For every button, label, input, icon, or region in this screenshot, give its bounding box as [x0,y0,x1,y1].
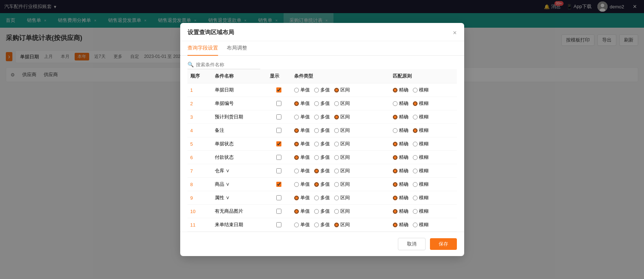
row-show[interactable] [267,124,291,137]
type-single-radio[interactable]: 单值 [294,181,310,188]
show-checkbox[interactable] [276,101,281,106]
match-exact-radio[interactable]: 精确 [393,181,408,188]
row-match: 精确 模糊 [390,124,457,137]
match-fuzzy-radio[interactable]: 模糊 [413,154,428,161]
row-show[interactable] [267,137,291,151]
type-range-radio[interactable]: 区间 [334,141,350,147]
match-exact-radio[interactable]: 精确 [393,127,408,134]
match-fuzzy-radio[interactable]: 模糊 [413,87,428,93]
type-multi-radio[interactable]: 多值 [314,154,330,161]
type-multi-radio[interactable]: 多值 [314,168,330,174]
match-exact-radio[interactable]: 精确 [393,208,408,215]
row-match: 精确 模糊 [390,110,457,124]
type-single-radio[interactable]: 单值 [294,114,310,120]
modal-title: 设置查询区域布局 [187,29,234,36]
type-multi-radio[interactable]: 多值 [314,194,330,201]
table-row: 6付款状态 单值 多值 区间 精确 模糊 [187,151,457,164]
type-range-radio[interactable]: 区间 [334,154,350,161]
modal-search-area: 🔍 [180,56,464,69]
row-match: 精确 模糊 [390,205,457,218]
type-single-radio[interactable]: 单值 [294,154,310,161]
show-checkbox[interactable] [276,87,281,93]
show-checkbox[interactable] [276,209,281,214]
match-exact-radio[interactable]: 精确 [393,114,408,120]
match-exact-radio[interactable]: 精确 [393,141,408,147]
table-row: 10有无商品图片 单值 多值 区间 精确 模糊 [187,205,457,218]
type-range-radio[interactable]: 区间 [334,208,350,215]
row-order: 1 [187,83,212,97]
table-row: 5单据状态 单值 多值 区间 精确 模糊 [187,137,457,151]
row-show[interactable] [267,178,291,191]
type-single-radio[interactable]: 单值 [294,208,310,215]
row-name: 有无商品图片 [212,205,267,218]
show-checkbox[interactable] [276,128,281,133]
tab-query-fields[interactable]: 查询字段设置 [187,41,218,56]
match-fuzzy-radio[interactable]: 模糊 [413,141,428,147]
match-exact-radio[interactable]: 精确 [393,87,408,93]
type-multi-radio[interactable]: 多值 [314,127,330,134]
row-show[interactable] [267,205,291,218]
type-multi-radio[interactable]: 多值 [314,114,330,120]
row-match: 精确 模糊 [390,218,457,232]
row-show[interactable] [267,218,291,232]
match-fuzzy-radio[interactable]: 模糊 [413,100,428,107]
type-single-radio[interactable]: 单值 [294,194,310,201]
row-show[interactable] [267,83,291,97]
match-fuzzy-radio[interactable]: 模糊 [413,194,428,201]
show-checkbox[interactable] [276,168,281,173]
save-button[interactable]: 保存 [430,238,457,250]
show-checkbox[interactable] [276,155,281,160]
type-range-radio[interactable]: 区间 [334,127,350,134]
match-exact-radio[interactable]: 精确 [393,194,408,201]
row-show[interactable] [267,97,291,110]
show-checkbox[interactable] [276,182,281,187]
type-multi-radio[interactable]: 多值 [314,87,330,93]
row-show[interactable] [267,151,291,164]
show-checkbox[interactable] [276,141,281,146]
modal-close-button[interactable]: × [453,30,457,36]
modal-header: 设置查询区域布局 × [180,23,464,41]
type-multi-radio[interactable]: 多值 [314,208,330,215]
tab-layout-adjust[interactable]: 布局调整 [227,41,247,56]
type-multi-radio[interactable]: 多值 [314,221,330,228]
type-range-radio[interactable]: 区间 [334,181,350,188]
type-single-radio[interactable]: 单值 [294,127,310,134]
match-fuzzy-radio[interactable]: 模糊 [413,208,428,215]
type-range-radio[interactable]: 区间 [334,221,350,228]
type-multi-radio[interactable]: 多值 [314,181,330,188]
type-single-radio[interactable]: 单值 [294,100,310,107]
match-fuzzy-radio[interactable]: 模糊 [413,181,428,188]
show-checkbox[interactable] [276,222,281,227]
type-multi-radio[interactable]: 多值 [314,100,330,107]
row-name: 属性 ∨ [212,191,267,205]
match-fuzzy-radio[interactable]: 模糊 [413,127,428,134]
type-single-radio[interactable]: 单值 [294,221,310,228]
type-single-radio[interactable]: 单值 [294,168,310,174]
table-row: 1单据日期 单值 多值 区间 精确 模糊 [187,83,457,97]
show-checkbox[interactable] [276,195,281,200]
match-fuzzy-radio[interactable]: 模糊 [413,221,428,228]
type-range-radio[interactable]: 区间 [334,194,350,201]
match-exact-radio[interactable]: 精确 [393,100,408,107]
search-input[interactable] [196,62,260,67]
match-exact-radio[interactable]: 精确 [393,154,408,161]
show-checkbox[interactable] [276,114,281,119]
row-show[interactable] [267,191,291,205]
type-range-radio[interactable]: 区间 [334,114,350,120]
row-show[interactable] [267,110,291,124]
row-name: 单据编号 [212,97,267,110]
type-range-radio[interactable]: 区间 [334,100,350,107]
type-multi-radio[interactable]: 多值 [314,141,330,147]
type-single-radio[interactable]: 单值 [294,141,310,147]
cancel-button[interactable]: 取消 [398,238,426,250]
match-fuzzy-radio[interactable]: 模糊 [413,114,428,120]
row-type: 单值 多值 区间 [291,83,390,97]
type-single-radio[interactable]: 单值 [294,87,310,93]
type-range-radio[interactable]: 区间 [334,87,350,93]
row-show[interactable] [267,164,291,178]
row-match: 精确 模糊 [390,137,457,151]
match-fuzzy-radio[interactable]: 模糊 [413,168,428,174]
match-exact-radio[interactable]: 精确 [393,168,408,174]
type-range-radio[interactable]: 区间 [334,168,350,174]
match-exact-radio[interactable]: 精确 [393,221,408,228]
